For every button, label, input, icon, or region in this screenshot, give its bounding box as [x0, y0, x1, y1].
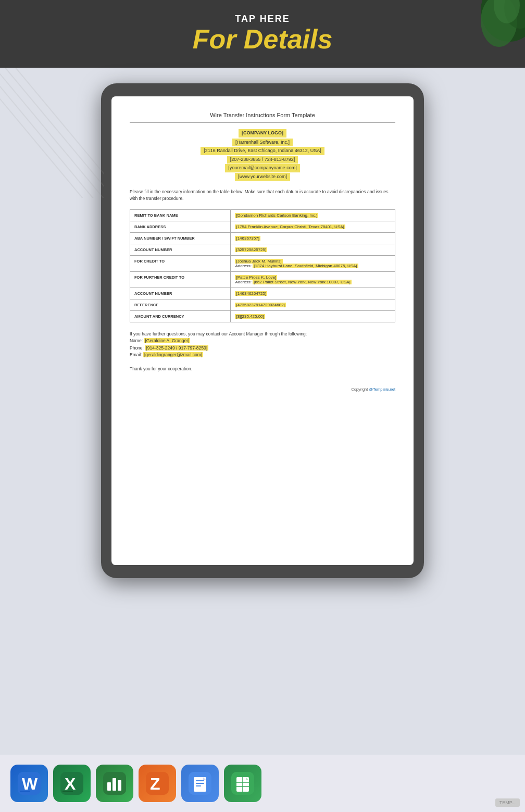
tap-here-label: TAP HERE — [235, 14, 290, 24]
table-row: REFERENCE [47358237914729024682] — [130, 299, 395, 310]
svg-rect-17 — [113, 778, 116, 791]
label-amount: AMOUNT AND CURRENCY — [130, 310, 231, 322]
tablet-device: Wire Transfer Instructions Form Template… — [101, 83, 424, 578]
value-remit-bank: [Dondarrion Richards Carlson Banking, In… — [231, 209, 395, 221]
value-bank-address: [1754 Franklin Avenue, Corpus Christi, T… — [231, 221, 395, 232]
company-header: [COMPANY LOGO] [Harrenhall Software, Inc… — [130, 129, 395, 181]
svg-rect-23 — [196, 780, 204, 781]
bottom-app-bar: W X Z — [0, 755, 525, 812]
label-account2: ACCOUNT NUMBER — [130, 288, 231, 299]
label-remit-bank: REMIT TO BANK NAME — [130, 209, 231, 221]
tablet-frame: Wire Transfer Instructions Form Template… — [101, 83, 424, 578]
title-divider — [130, 122, 395, 123]
label-reference: REFERENCE — [130, 299, 231, 310]
company-address: [2116 Randall Drive, East Chicago, India… — [201, 147, 324, 155]
value-reference: [47358237914729024682] — [231, 299, 395, 310]
value-further-credit: [Pattie Pross K. Love] Address: [662 Pal… — [231, 271, 395, 288]
label-credit-to: FOR CREDIT TO — [130, 255, 231, 271]
copyright-text: Copyright @Template.net — [130, 387, 395, 392]
app-icon-word[interactable]: W — [10, 765, 48, 802]
value-amount: [$][235,425.00] — [231, 310, 395, 322]
table-row: FOR CREDIT TO [Joshua Jack M. Mullins] A… — [130, 255, 395, 271]
table-row: ACCOUNT NUMBER [146346264725] — [130, 288, 395, 299]
table-row: FOR FURTHER CREDIT TO [Pattie Pross K. L… — [130, 271, 395, 288]
table-row: ABA NUMBER / SWIFT NUMBER [146367357] — [130, 232, 395, 244]
top-header-bar[interactable]: TAP HERE For Details — [0, 0, 525, 68]
svg-text:X: X — [65, 774, 76, 793]
svg-rect-11 — [20, 791, 30, 792]
value-account2: [146346264725] — [231, 288, 395, 299]
svg-rect-18 — [118, 780, 121, 791]
svg-rect-24 — [196, 783, 204, 784]
svg-rect-25 — [196, 785, 201, 786]
svg-text:W: W — [22, 774, 38, 793]
svg-line-6 — [0, 68, 104, 198]
company-name: [Harrenhall Software, Inc.] — [232, 139, 293, 147]
value-account1: [325725825725] — [231, 244, 395, 255]
svg-line-7 — [5, 68, 104, 198]
table-row: ACCOUNT NUMBER [325725825725] — [130, 244, 395, 255]
for-details-label: For Details — [193, 24, 333, 54]
app-icon-gsheets[interactable] — [224, 765, 261, 802]
company-logo: [COMPANY LOGO] — [239, 129, 286, 138]
svg-line-5 — [0, 68, 104, 198]
value-credit-to: [Joshua Jack M. Mullins] Address: [1374 … — [231, 255, 395, 271]
contact-intro: If you have further questions, you may c… — [130, 331, 307, 336]
value-aba: [146367357] — [231, 232, 395, 244]
contact-phone: Phone: [914-325-2249 / 917-797-8250] — [130, 345, 208, 351]
app-icon-pages[interactable]: Z — [139, 765, 176, 802]
table-row: AMOUNT AND CURRENCY [$][235,425.00] — [130, 310, 395, 322]
svg-rect-16 — [107, 782, 111, 791]
instruction-text: Please fill in the necessary information… — [130, 189, 395, 202]
plant-decoration — [463, 0, 525, 63]
company-email: [youremail@companyname.com] — [225, 164, 300, 172]
wire-transfer-table: REMIT TO BANK NAME [Dondarrion Richards … — [130, 209, 395, 322]
label-account1: ACCOUNT NUMBER — [130, 244, 231, 255]
table-row: REMIT TO BANK NAME [Dondarrion Richards … — [130, 209, 395, 221]
label-bank-address: BANK ADDRESS — [130, 221, 231, 232]
tablet-screen: Wire Transfer Instructions Form Template… — [111, 96, 414, 565]
company-website: [www.yourwebsite.com] — [235, 173, 290, 181]
table-row: BANK ADDRESS [1754 Franklin Avenue, Corp… — [130, 221, 395, 232]
svg-line-4 — [0, 68, 104, 198]
app-icon-gdocs[interactable] — [181, 765, 219, 802]
document-title: Wire Transfer Instructions Form Template — [130, 112, 395, 118]
contact-email: Email: [geraldingranger@zmail.com] — [130, 352, 203, 357]
app-icon-numbers[interactable] — [96, 765, 133, 802]
copyright-link[interactable]: @Template.net — [369, 387, 395, 392]
watermark: TEMP... — [495, 798, 520, 807]
contact-name: Name: [Geraldine A. Granger] — [130, 338, 190, 343]
app-icon-excel[interactable]: X — [53, 765, 91, 802]
company-phone: [207-238-3655 / 724-813-8792] — [227, 156, 298, 164]
svg-rect-14 — [63, 791, 73, 792]
thank-you-text: Thank you for your cooperation. — [130, 366, 395, 371]
label-aba: ABA NUMBER / SWIFT NUMBER — [130, 232, 231, 244]
contact-section: If you have further questions, you may c… — [130, 331, 395, 359]
label-further-credit: FOR FURTHER CREDIT TO — [130, 271, 231, 288]
svg-text:Z: Z — [150, 774, 160, 793]
main-background: Wire Transfer Instructions Form Template… — [0, 68, 525, 755]
